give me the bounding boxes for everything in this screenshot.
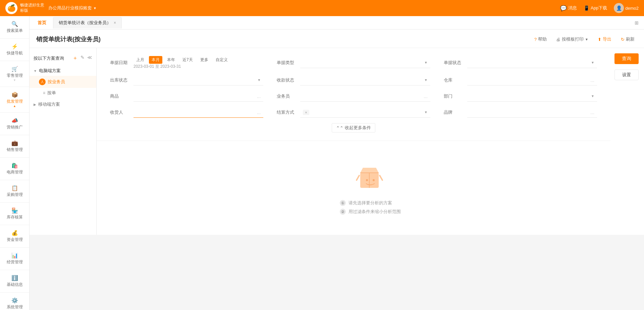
brand-dots-icon[interactable]: ... [590, 110, 594, 115]
collect-status-select[interactable]: ▼ [300, 75, 430, 86]
query-settings-btns: 查询 设置 [610, 48, 644, 141]
goods-select[interactable]: ... [133, 91, 263, 102]
filter-collect-status-cell: 收款状态 ▼ [270, 72, 437, 88]
payment-arrow-icon: ▼ [424, 110, 428, 114]
tab-bar-expand-icon[interactable]: ⊞ [632, 19, 641, 27]
user-avatar-btn[interactable]: 👤 demo2 [614, 3, 639, 13]
doc-type-select[interactable]: ▼ [300, 57, 430, 68]
date-range: 2023-03-01 至 2023-03-31 [133, 64, 263, 69]
receiver-label: 收货人 [110, 109, 133, 115]
sidebar-item-inventory[interactable]: 🏪 库存核算 [0, 203, 29, 225]
app-download-btn[interactable]: 📱 App下载 [584, 5, 607, 11]
filter-goods-cell: 商品 ... [103, 88, 270, 104]
desktop-scheme-group-header[interactable]: ▼ 电脑端方案 [30, 66, 96, 76]
top-bar-right: 💬 消息 📱 App下载 👤 demo2 [560, 3, 639, 13]
sidebar-item-quick-nav[interactable]: ⚡ 快捷导航 [0, 39, 29, 61]
warehouse-select[interactable]: ... [467, 75, 597, 86]
page-actions: ? 帮助 🖨 按模板打印 ▼ ⬆ 导出 ↻ [532, 35, 637, 44]
collapse-btn[interactable]: ⌃⌃ 收起更多条件 [332, 123, 375, 133]
warehouse-dots-icon[interactable]: ... [590, 78, 594, 83]
scheme-by-order[interactable]: ≡ 按单 [30, 88, 96, 98]
tab-home[interactable]: 首页 [32, 17, 52, 29]
sidebar-item-search[interactable]: 🔍 搜索菜单 [0, 16, 29, 39]
collect-status-arrow-icon: ▼ [424, 78, 428, 82]
query-btn[interactable]: 查询 [614, 53, 639, 64]
refresh-btn[interactable]: ↻ 刷新 [618, 35, 637, 44]
sidebar-item-wholesale[interactable]: 📦 批发管理 ▲ [0, 87, 29, 113]
app-title[interactable]: 办公用品行业模拟账套 ▼ [48, 5, 97, 11]
filter-panel: 按以下方案查询 ＋ ✎ ≪ ▼ 电脑端方案 [30, 48, 97, 235]
filter-row-1: 单据日期 上月 本月 本年 近7天 更多 [103, 53, 604, 72]
date-btn-last7[interactable]: 近7天 [180, 56, 196, 64]
edit-scheme-icon[interactable]: ✎ [80, 55, 85, 62]
brand-select[interactable]: ... [467, 107, 597, 118]
settings-btn[interactable]: 设置 [614, 69, 639, 80]
help-btn[interactable]: ? 帮助 [532, 35, 549, 44]
sidebar-item-operations[interactable]: 📊 经营管理 [0, 248, 29, 270]
sidebar-item-basic-info[interactable]: ℹ️ 基础信息 [0, 270, 29, 293]
chevron-down-icon: ▼ [3, 79, 26, 82]
receiver-input[interactable] [136, 110, 257, 115]
desktop-group-arrow-icon: ▼ [34, 69, 37, 73]
dept-label: 部门 [444, 93, 467, 99]
filter-warehouse-cell: 仓库 ... [437, 72, 604, 88]
template-print-arrow-icon: ▼ [585, 38, 588, 41]
filter-out-status-cell: 出库状态 ▼ [103, 72, 270, 88]
salesperson-control: ... [300, 91, 430, 102]
date-btn-more[interactable]: 更多 [198, 56, 211, 64]
doc-type-label: 单据类型 [277, 60, 300, 66]
salesperson-dots-icon[interactable]: ... [424, 94, 428, 99]
top-bar: 🍊 畅捷进好生意 标版 办公用品行业模拟账套 ▼ 💬 消息 📱 App下载 [0, 0, 644, 16]
svg-point-5 [373, 179, 375, 181]
payment-control: × ▼ [300, 107, 430, 118]
doc-status-select[interactable]: ▼ [467, 57, 597, 68]
export-btn[interactable]: ⬆ 导出 [595, 35, 614, 44]
sidebar-item-retail[interactable]: 🛒 零售管理 ▼ [0, 61, 29, 87]
filter-date-cell: 单据日期 上月 本月 本年 近7天 更多 [103, 53, 270, 72]
date-btn-last-month[interactable]: 上月 [133, 56, 147, 64]
scheme-by-salesperson[interactable]: 人 按业务员 [30, 76, 96, 88]
filter-payment-cell: 结算方式 × ▼ [270, 104, 437, 120]
sidebar-item-purchase[interactable]: 📋 采购管理 [0, 180, 29, 203]
sidebar-item-ecommerce[interactable]: 🛍️ 电商管理 [0, 158, 29, 180]
goods-dots-icon[interactable]: ... [257, 94, 261, 99]
salesperson-scheme-icon: 人 [39, 79, 46, 85]
payment-tag-input[interactable]: × ▼ [300, 107, 430, 118]
message-icon: 💬 [560, 5, 567, 11]
date-btn-this-year[interactable]: 本年 [164, 56, 178, 64]
mobile-group-arrow-icon: ▶ [34, 103, 36, 106]
collapse-panel-icon[interactable]: ≪ [87, 55, 92, 62]
sidebar-item-system[interactable]: ⚙️ 系统管理 [0, 293, 29, 310]
date-btn-this-month[interactable]: 本月 [149, 56, 162, 64]
receiver-dots-icon[interactable]: ... [257, 110, 261, 115]
collect-status-control: ▼ [300, 75, 430, 86]
add-scheme-icon[interactable]: ＋ [72, 55, 78, 62]
dept-select[interactable]: ▼ [467, 91, 597, 102]
export-icon: ⬆ [598, 37, 601, 42]
warehouse-control: ... [467, 75, 597, 86]
tab-sales-stat[interactable]: 销货单统计表（按业务员） × [53, 17, 122, 29]
hint-2-num: ② [340, 209, 346, 215]
dept-arrow-icon: ▼ [591, 94, 594, 98]
logo-area: 🍊 畅捷进好生意 标版 [5, 2, 44, 14]
logo-text: 畅捷进好生意 标版 [20, 3, 44, 13]
filter-panel-title: 按以下方案查询 [34, 55, 64, 61]
sidebar-item-sales[interactable]: 💼 销售管理 [0, 135, 29, 158]
date-btn-custom[interactable]: 自定义 [213, 56, 230, 64]
salesperson-select[interactable]: ... [300, 91, 430, 102]
empty-hint-2: ② 用过滤条件来缩小分析范围 [340, 209, 401, 215]
filter-salesperson-cell: 业务员 ... [270, 88, 437, 104]
tab-close-icon[interactable]: × [114, 20, 116, 25]
out-status-select[interactable]: ▼ [133, 75, 263, 86]
warehouse-label: 仓库 [444, 77, 467, 83]
template-print-btn[interactable]: 🖨 按模板打印 ▼ [553, 35, 591, 44]
message-btn[interactable]: 💬 消息 [560, 5, 577, 11]
filter-area: 单据日期 上月 本月 本年 近7天 更多 [97, 48, 610, 141]
doc-type-arrow-icon: ▼ [424, 61, 428, 64]
sidebar-item-finance[interactable]: 💰 资金管理 [0, 225, 29, 248]
payment-tag: × [303, 110, 309, 115]
sidebar-item-marketing[interactable]: 📣 营销推广 [0, 113, 29, 135]
mobile-scheme-group-header[interactable]: ▶ 移动端方案 [30, 99, 96, 109]
payment-tag-clear-icon[interactable]: × [305, 110, 307, 114]
date-filter: 上月 本月 本年 近7天 更多 自定义 [133, 56, 263, 64]
